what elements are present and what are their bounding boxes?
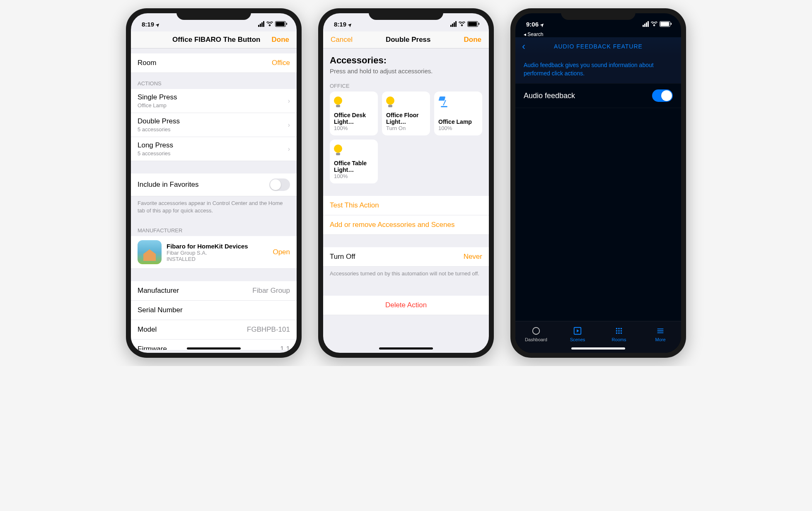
svg-point-7 <box>621 330 622 332</box>
room-cell[interactable]: Room Office <box>131 53 297 73</box>
cellular-icon <box>258 21 264 27</box>
info-model: Model FGBHPB-101 <box>131 320 297 340</box>
location-icon <box>348 21 352 28</box>
app-info: Fibaro for HomeKit Devices Fibar Group S… <box>167 243 268 262</box>
lamp-icon <box>438 96 448 107</box>
header-title: AUDIO FEEDBACK FEATURE <box>554 43 643 50</box>
phone-1: 8:19 Office FIBARO The Button Done Room … <box>126 8 302 358</box>
room-label: Room <box>138 59 156 67</box>
double-press-cell[interactable]: Double Press 5 accessories › <box>131 113 297 137</box>
accessory-tile[interactable]: Office Table Light… 100% <box>330 140 378 183</box>
nav-title: Double Press <box>386 36 431 44</box>
tab-dashboard[interactable]: Dashboard <box>515 321 557 353</box>
svg-point-3 <box>618 328 620 330</box>
battery-icon <box>660 21 670 27</box>
svg-point-10 <box>621 333 622 334</box>
status-right <box>258 21 286 27</box>
long-press-cell[interactable]: Long Press 5 accessories › <box>131 137 297 161</box>
play-icon <box>573 326 582 335</box>
tab-more[interactable]: More <box>640 321 681 353</box>
svg-point-2 <box>616 328 618 330</box>
test-action-link[interactable]: Test This Action <box>323 196 489 215</box>
accessories-grid: Office Desk Light… 100% Office Floor Lig… <box>323 92 489 183</box>
chevron-icon: › <box>288 145 290 153</box>
nav-bar: Cancel Double Press Done <box>323 31 489 48</box>
bulb-icon <box>386 96 395 108</box>
screen-3: 9:06 ◂ Search ‹ AUDIO FEEDBACK FEATURE A… <box>515 13 681 353</box>
svg-point-9 <box>618 333 620 334</box>
accessories-sub: Press and hold to adjust accessories. <box>323 67 489 80</box>
notch <box>369 8 443 20</box>
content-area[interactable]: Room Office ACTIONS Single Press Office … <box>131 48 297 350</box>
chevron-icon: › <box>288 97 290 105</box>
svg-point-0 <box>533 328 540 335</box>
wifi-icon <box>459 22 465 27</box>
nav-title: Office FIBARO The Button <box>172 36 260 44</box>
app-row[interactable]: Fibaro for HomeKit Devices Fibar Group S… <box>131 236 297 269</box>
info-serial: Serial Number <box>131 301 297 320</box>
single-press-cell[interactable]: Single Press Office Lamp › <box>131 89 297 113</box>
home-indicator[interactable] <box>379 347 433 350</box>
done-button[interactable]: Done <box>271 36 289 44</box>
status-time: 8:19 <box>142 21 160 28</box>
open-button[interactable]: Open <box>273 248 290 256</box>
svg-point-6 <box>618 330 620 332</box>
svg-point-5 <box>616 330 618 332</box>
notch <box>176 8 251 20</box>
cellular-icon <box>643 21 649 27</box>
accessory-tile[interactable]: Office Desk Light… 100% <box>330 92 378 135</box>
nav-bar: Office FIBARO The Button Done <box>131 31 297 48</box>
battery-icon <box>275 21 286 27</box>
home-indicator[interactable] <box>187 347 241 350</box>
phone-3: 9:06 ◂ Search ‹ AUDIO FEEDBACK FEATURE A… <box>510 8 686 358</box>
menu-icon <box>656 326 665 335</box>
favorites-toggle[interactable] <box>269 178 290 191</box>
manufacturer-header: MANUFACTURER <box>131 220 297 236</box>
battery-icon <box>467 21 478 27</box>
cancel-button[interactable]: Cancel <box>331 36 353 44</box>
back-button[interactable]: ‹ <box>522 41 525 52</box>
content-area[interactable]: Accessories: Press and hold to adjust ac… <box>323 48 489 350</box>
feature-desc: Audio feedback gives you sound informati… <box>515 55 681 83</box>
content-area[interactable]: Audio feedback <box>515 83 681 353</box>
accessory-tile[interactable]: Office Floor Light… Turn On <box>382 92 430 135</box>
chevron-icon: › <box>288 121 290 129</box>
location-icon <box>540 21 544 28</box>
done-button[interactable]: Done <box>464 36 481 44</box>
location-icon <box>156 21 160 28</box>
grid-icon <box>614 326 624 335</box>
room-section-header: OFFICE <box>323 80 489 92</box>
notch <box>561 8 636 20</box>
delete-action-button[interactable]: Delete Action <box>323 296 489 315</box>
svg-point-8 <box>616 333 618 334</box>
screen-2: 8:19 Cancel Double Press Done Accessorie… <box>323 13 489 353</box>
favorites-cell[interactable]: Include in Favorites <box>131 174 297 196</box>
back-to-search[interactable]: ◂ Search <box>515 31 681 37</box>
audio-feedback-cell[interactable]: Audio feedback <box>515 83 681 108</box>
svg-point-4 <box>621 328 622 330</box>
bulb-icon <box>334 96 343 108</box>
bulb-icon <box>334 145 343 156</box>
accessory-tile[interactable]: Office Lamp 100% <box>434 92 482 135</box>
turnoff-footer: Accessories turned on by this automation… <box>323 267 489 283</box>
audio-feedback-toggle[interactable] <box>652 89 673 102</box>
phone-2: 8:19 Cancel Double Press Done Accessorie… <box>318 8 494 358</box>
turnoff-cell[interactable]: Turn Off Never <box>323 247 489 267</box>
info-manufacturer: Manufacturer Fibar Group <box>131 281 297 301</box>
actions-header: ACTIONS <box>131 73 297 89</box>
accessories-title: Accessories: <box>323 48 489 67</box>
dark-header: ‹ AUDIO FEEDBACK FEATURE <box>515 37 681 55</box>
add-remove-link[interactable]: Add or remove Accessories and Scenes <box>323 215 489 235</box>
app-icon <box>138 240 162 264</box>
circle-icon <box>532 326 541 335</box>
wifi-icon <box>651 22 657 27</box>
wifi-icon <box>266 22 273 27</box>
home-indicator[interactable] <box>571 347 625 350</box>
cellular-icon <box>450 21 457 27</box>
screen-1: 8:19 Office FIBARO The Button Done Room … <box>131 13 297 353</box>
favorites-footer: Favorite accessories appear in Control C… <box>131 196 297 220</box>
room-value: Office <box>272 59 290 67</box>
